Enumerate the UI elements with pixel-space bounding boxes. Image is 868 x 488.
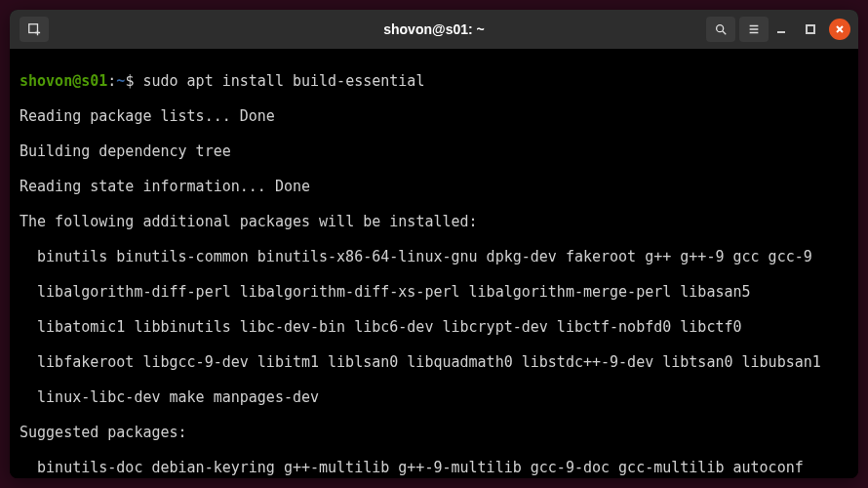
svg-point-3: [717, 25, 724, 32]
output-line: Building dependency tree: [20, 142, 848, 160]
output-line: Suggested packages:: [20, 424, 848, 441]
output-line: binutils binutils-common binutils-x86-64…: [20, 248, 848, 265]
output-line: Reading state information... Done: [20, 178, 848, 195]
terminal-body[interactable]: shovon@s01:~$ sudo apt install build-ess…: [10, 49, 858, 478]
new-tab-button[interactable]: [20, 17, 49, 42]
maximize-button[interactable]: [800, 19, 821, 40]
output-line: libfakeroot libgcc-9-dev libitm1 liblsan…: [20, 353, 848, 371]
output-line: Reading package lists... Done: [20, 107, 848, 125]
search-button[interactable]: [706, 17, 735, 42]
titlebar: shovon@s01: ~: [10, 10, 858, 49]
prompt-user-host: shovon@s01: [20, 72, 107, 90]
svg-line-4: [723, 31, 727, 35]
output-line: libalgorithm-diff-perl libalgorithm-diff…: [20, 283, 848, 301]
command-text: sudo apt install build-essential: [142, 72, 424, 90]
svg-rect-0: [29, 24, 38, 33]
output-line: libatomic1 libbinutils libc-dev-bin libc…: [20, 318, 848, 336]
menu-button[interactable]: [739, 17, 769, 42]
output-line: linux-libc-dev make manpages-dev: [20, 388, 848, 406]
prompt-line: shovon@s01:~$ sudo apt install build-ess…: [20, 72, 848, 90]
output-line: The following additional packages will b…: [20, 213, 848, 230]
minimize-button[interactable]: [770, 19, 792, 40]
output-line: binutils-doc debian-keyring g++-multilib…: [20, 459, 848, 476]
terminal-window: shovon@s01: ~ shovon@s01:~$ sudo apt ins…: [10, 10, 858, 478]
svg-rect-9: [807, 25, 814, 33]
close-button[interactable]: [829, 19, 850, 40]
